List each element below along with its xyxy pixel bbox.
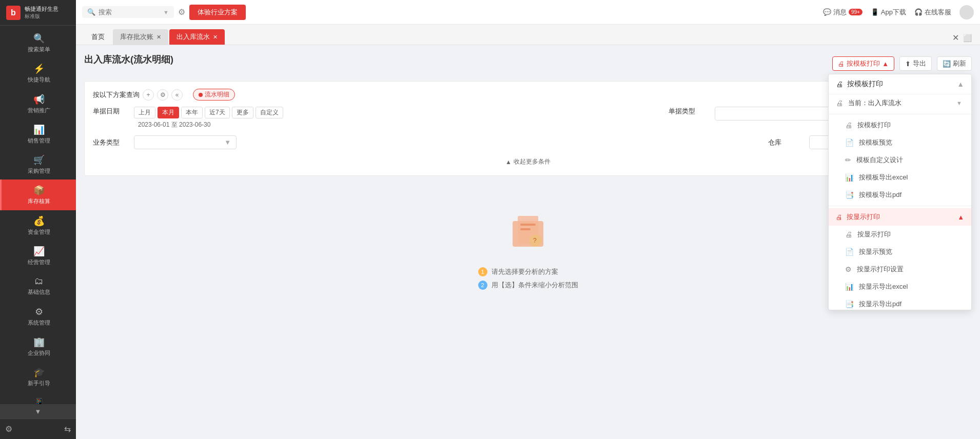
sidebar-item-marketing[interactable]: 📢 营销推广: [0, 89, 76, 119]
refresh-btn[interactable]: 🔄 刷新: [937, 56, 972, 71]
sidebar-item-search[interactable]: 🔍 搜索菜单: [0, 28, 76, 58]
sidebar-item-operations[interactable]: 📈 经营管理: [0, 241, 76, 271]
tab-flow-close[interactable]: ✕: [213, 34, 218, 41]
dropdown-template-pdf[interactable]: 📑 按模板导出pdf: [829, 186, 971, 204]
template-print-icon: 🖨: [845, 121, 852, 129]
date-btn-custom[interactable]: 自定义: [256, 107, 283, 118]
inventory-icon: 📦: [33, 185, 45, 196]
sidebar-item-guide[interactable]: 🎓 新手引导: [0, 362, 76, 392]
tab-batch[interactable]: 库存批次账 ✕: [113, 29, 168, 45]
current-label: 当前：出入库流水: [848, 98, 951, 108]
settings-icon[interactable]: ⚙: [5, 424, 12, 434]
page-title: 出入库流水(流水明细): [84, 53, 173, 66]
collapse-sidebar-icon[interactable]: ⇆: [64, 424, 71, 434]
search-dropdown-icon[interactable]: ▼: [163, 9, 169, 15]
display-section-toggle[interactable]: 🖨 按显示打印 ▲: [829, 208, 971, 226]
sidebar-item-sales[interactable]: 📊 销售管理: [0, 119, 76, 149]
search-icon: 🔍: [87, 8, 95, 16]
export-label: 导出: [913, 59, 926, 68]
date-btn-this-month[interactable]: 本月: [158, 107, 179, 118]
app-download-button[interactable]: 📱 App下载: [871, 8, 906, 17]
filter-collapse-btn[interactable]: «: [171, 89, 183, 101]
dropdown-display-print[interactable]: 🖨 按显示打印: [829, 226, 971, 243]
operations-icon: 📈: [33, 246, 45, 257]
print-template-btn[interactable]: 🖨 按模板打印 ▲: [832, 56, 894, 71]
marketing-icon: 📢: [33, 94, 45, 105]
sidebar-item-finance[interactable]: 💰 资金管理: [0, 210, 76, 241]
dropdown-template-preview[interactable]: 📄 按模板预览: [829, 134, 971, 151]
current-arrow: ▼: [956, 100, 962, 106]
svg-rect-2: [520, 224, 536, 226]
refresh-icon: 🔄: [943, 60, 951, 68]
divider-1: [829, 114, 971, 114]
date-btn-last-month[interactable]: 上月: [134, 107, 155, 118]
tab-flow-label: 出入库流水: [177, 32, 210, 42]
sidebar-item-apps[interactable]: 📱 应用中心: [0, 392, 76, 404]
tab-flow[interactable]: 出入库流水 ✕: [169, 29, 225, 45]
sidebar-scroll-down[interactable]: ▼: [0, 404, 76, 418]
sidebar-bottom: ⚙ ⇆: [0, 418, 76, 439]
customer-service-button[interactable]: 🎧 在线客服: [914, 8, 951, 17]
sidebar-item-label: 营销推广: [28, 107, 50, 114]
dropdown-template-excel[interactable]: 📊 按模板导出excel: [829, 169, 971, 186]
dropdown-close-btn[interactable]: ▲: [957, 80, 964, 88]
search-input[interactable]: [99, 8, 160, 16]
sidebar-item-enterprise[interactable]: 🏢 企业协同: [0, 331, 76, 362]
dropdown-template-print[interactable]: 🖨 按模板打印: [829, 116, 971, 134]
dropdown-display-settings[interactable]: ⚙ 按显示打印设置: [829, 261, 971, 278]
date-btn-7days[interactable]: 近7天: [205, 107, 230, 118]
customer-service-label: 在线客服: [925, 8, 951, 17]
enterprise-icon: 🏢: [33, 336, 45, 348]
export-btn[interactable]: ⬆ 导出: [899, 56, 932, 71]
display-section-chevron[interactable]: ▲: [957, 213, 964, 221]
sidebar-item-system[interactable]: ⚙ 系统管理: [0, 301, 76, 331]
dropdown-display-pdf[interactable]: 📑 按显示导出pdf: [829, 295, 971, 310]
message-label: 消息: [833, 8, 847, 17]
sidebar-item-inventory[interactable]: 📦 库存核算: [0, 179, 76, 210]
template-pdf-icon: 📑: [845, 191, 854, 199]
tab-close-all-icon[interactable]: ✕: [952, 33, 959, 43]
system-icon: ⚙: [35, 306, 43, 317]
filter-settings-btn[interactable]: ⚙: [157, 89, 168, 101]
date-btn-more[interactable]: 更多: [232, 107, 253, 118]
sidebar-item-quick-nav[interactable]: ⚡ 快捷导航: [0, 58, 76, 88]
current-icon: 🖨: [836, 99, 843, 107]
messages-button[interactable]: 💬 消息 99+: [823, 8, 863, 17]
sidebar-item-label: 库存核算: [28, 197, 50, 205]
sidebar-item-basic[interactable]: 🗂 基础信息: [0, 271, 76, 301]
display-print-icon: 🖨: [845, 230, 852, 238]
dropdown-header-label: 按模板打印: [847, 79, 883, 89]
header-left: 🔍 ▼ ⚙ 体验行业方案: [82, 5, 823, 20]
dropdown-display-preview[interactable]: 📄 按显示预览: [829, 243, 971, 261]
header-search-box[interactable]: 🔍 ▼: [82, 6, 174, 18]
tab-maximize-icon[interactable]: ⬜: [963, 34, 972, 42]
biz-select[interactable]: ▼: [134, 135, 237, 149]
display-print-label: 按显示打印: [857, 230, 962, 239]
sidebar-item-label: 搜索菜单: [28, 46, 50, 53]
display-settings-icon: ⚙: [845, 265, 852, 273]
dropdown-display-excel[interactable]: 📊 按显示导出excel: [829, 278, 971, 295]
filter-tag[interactable]: 流水明细: [193, 89, 235, 101]
quick-nav-icon: ⚡: [33, 63, 45, 74]
filter-tag-dot: [199, 93, 203, 97]
headset-icon: 🎧: [914, 8, 923, 16]
message-badge: 99+: [849, 9, 863, 15]
add-filter-btn[interactable]: +: [143, 89, 154, 101]
dropdown-template-custom[interactable]: ✏ 模板自定义设计: [829, 151, 971, 169]
chevron-up-icon[interactable]: ▲: [882, 60, 889, 68]
sidebar-item-label: 销售管理: [28, 137, 50, 144]
user-avatar[interactable]: [959, 5, 974, 19]
sidebar-item-label: 新手引导: [28, 380, 50, 387]
tab-batch-close[interactable]: ✕: [156, 34, 161, 41]
svg-rect-3: [520, 228, 531, 230]
display-settings-label: 按显示打印设置: [857, 265, 962, 274]
sidebar-item-purchase[interactable]: 🛒 采购管理: [0, 149, 76, 179]
date-btn-this-year[interactable]: 本年: [181, 107, 203, 118]
app-download-label: App下载: [881, 8, 906, 17]
tab-home[interactable]: 首页: [84, 29, 112, 45]
collapse-more-btn[interactable]: ▲ 收起更多条件: [505, 155, 551, 168]
settings-gear-icon[interactable]: ⚙: [178, 7, 185, 17]
template-preview-label: 按模板预览: [859, 138, 962, 147]
trial-btn[interactable]: 体验行业方案: [189, 5, 246, 20]
dropdown-current-item[interactable]: 🖨 当前：出入库流水 ▼: [829, 94, 971, 112]
